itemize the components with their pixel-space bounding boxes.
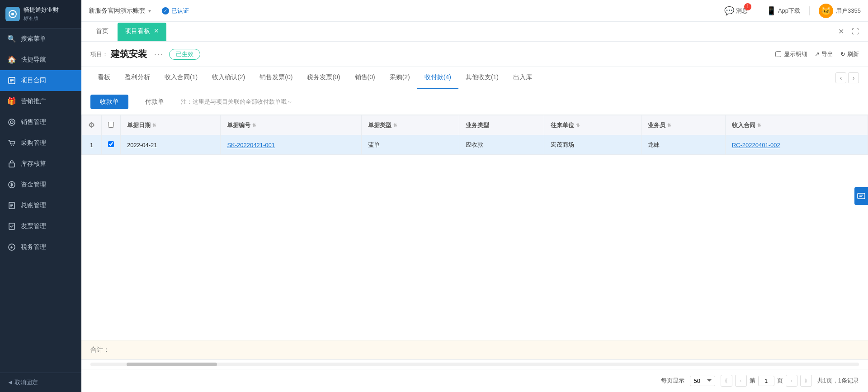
per-page-label: 每页显示 xyxy=(661,377,684,385)
select-all-checkbox[interactable] xyxy=(108,122,114,128)
sub-tab-note: 注：这里是与项目关联的全部收付款单哦～ xyxy=(181,98,292,106)
topbar-project-selector[interactable]: 新服务官网演示账套 ▾ xyxy=(89,7,151,15)
sidebar-item-search[interactable]: 🔍 搜索菜单 xyxy=(0,29,81,49)
per-page-select[interactable]: 50 10 20 100 xyxy=(690,376,715,386)
maximize-window-button[interactable]: ⛶ xyxy=(850,26,861,37)
sidebar-item-ledger[interactable]: 总账管理 xyxy=(0,195,81,216)
row-income-contract-cell: RC-20220401-002 xyxy=(725,135,868,155)
app-logo xyxy=(5,7,20,21)
page-num-display: 第 页 xyxy=(750,376,783,386)
main-content: 新服务官网演示账套 ▾ ✓ 已认证 💬 消息 1 📱 App下载 🐱 用户335… xyxy=(81,0,868,392)
page-num-input[interactable] xyxy=(758,376,774,386)
app-download-label: App下载 xyxy=(778,7,800,15)
show-detail-checkbox[interactable]: 显示明细 xyxy=(775,50,807,58)
sidebar-item-label: 销售管理 xyxy=(21,118,46,126)
section-prev-button[interactable]: ‹ xyxy=(835,72,846,83)
sidebar-nav: 🔍 搜索菜单 🏠 快捷导航 项目合同 🎁 营销推广 xyxy=(0,29,81,373)
sidebar-unpin-button[interactable]: ◄ 取消固定 xyxy=(0,373,81,392)
more-options-button[interactable]: ··· xyxy=(154,49,164,59)
sidebar-item-capital[interactable]: 资金管理 xyxy=(0,174,81,195)
section-tab-other-expense[interactable]: 其他收支(1) xyxy=(458,67,506,89)
page-label: 第 xyxy=(750,377,755,385)
section-tab-kanban[interactable]: 看板 xyxy=(90,67,118,89)
user-menu-button[interactable]: 🐱 用户3355 xyxy=(819,4,861,18)
section-tab-sales[interactable]: 销售(0) xyxy=(348,67,382,89)
messages-button[interactable]: 💬 消息 1 xyxy=(724,6,748,16)
refresh-button[interactable]: ↻ 刷新 xyxy=(840,50,859,58)
right-side-widget[interactable] xyxy=(854,187,868,205)
col-header-biz-type: 业务类型 xyxy=(459,115,544,135)
col-header-salesperson: 业务员 ⇅ xyxy=(642,115,725,135)
row-checkbox[interactable] xyxy=(108,141,114,147)
section-tab-purchase[interactable]: 采购(2) xyxy=(382,67,417,89)
export-button[interactable]: ↗ 导出 xyxy=(815,50,833,58)
sidebar-item-label: 库存核算 xyxy=(21,160,46,168)
table-row[interactable]: 1 2022-04-21 SK-20220421-001 蓝单 应收款 宏茂商场… xyxy=(82,135,868,155)
sidebar-header: 畅捷通好业财 标准版 xyxy=(0,0,81,29)
project-icon xyxy=(7,76,16,85)
section-tab-sales-invoice[interactable]: 销售发票(0) xyxy=(252,67,300,89)
section-tab-income-contract[interactable]: 收入合同(1) xyxy=(157,67,205,89)
row-type-cell: 蓝单 xyxy=(362,135,459,155)
close-window-button[interactable]: ✕ xyxy=(835,26,846,37)
row-partner-cell: 宏茂商场 xyxy=(544,135,642,155)
svg-point-9 xyxy=(13,145,14,146)
col-header-code: 单据编号 ⇅ xyxy=(221,115,362,135)
home-icon: 🏠 xyxy=(7,55,16,64)
sidebar-item-quick-nav[interactable]: 🏠 快捷导航 xyxy=(0,49,81,70)
table-scrollbar-thumb[interactable] xyxy=(127,363,217,366)
sort-icon: ⇅ xyxy=(757,123,761,128)
app-download-button[interactable]: 📱 App下载 xyxy=(766,6,800,16)
sidebar-item-label: 税务管理 xyxy=(21,243,46,251)
next-page-button[interactable]: › xyxy=(786,375,797,387)
sort-icon: ⇅ xyxy=(576,123,580,128)
section-next-button[interactable]: › xyxy=(848,72,859,83)
user-label: 用户3355 xyxy=(836,7,861,15)
section-tab-income-confirm[interactable]: 收入确认(2) xyxy=(205,67,252,89)
sub-tabs-bar: 收款单 付款单 注：这里是与项目关联的全部收付款单哦～ xyxy=(81,89,868,115)
inventory-icon xyxy=(7,159,16,168)
sidebar: 畅捷通好业财 标准版 🔍 搜索菜单 🏠 快捷导航 项目合同 🎁 xyxy=(0,0,81,392)
tab-close-icon[interactable]: ✕ xyxy=(154,27,159,34)
capital-icon xyxy=(7,180,16,189)
sidebar-item-inventory[interactable]: 库存核算 xyxy=(0,153,81,174)
sidebar-item-purchase[interactable]: 采购管理 xyxy=(0,133,81,153)
show-detail-input[interactable] xyxy=(775,51,781,57)
table-scrollbar-track[interactable] xyxy=(90,363,859,366)
section-tab-tax-invoice[interactable]: 税务发票(0) xyxy=(300,67,347,89)
section-tab-receipt[interactable]: 收付款(4) xyxy=(417,67,458,89)
last-page-button[interactable]: ⟫ xyxy=(800,375,812,387)
sales-icon xyxy=(7,118,16,127)
sidebar-item-label: 快捷导航 xyxy=(21,56,46,64)
sidebar-item-tax[interactable]: 税务管理 xyxy=(0,237,81,258)
refresh-icon: ↻ xyxy=(840,51,845,57)
sidebar-item-sales[interactable]: 销售管理 xyxy=(0,112,81,133)
row-code-link[interactable]: SK-20220421-001 xyxy=(227,142,275,148)
row-checkbox-cell[interactable] xyxy=(102,135,121,155)
app-edition: 标准版 xyxy=(24,15,59,22)
svg-point-8 xyxy=(11,145,12,146)
first-page-button[interactable]: ⟪ xyxy=(721,375,732,387)
prev-page-button[interactable]: ‹ xyxy=(735,375,747,387)
section-tab-inout[interactable]: 出入库 xyxy=(506,67,539,89)
tab-project-board[interactable]: 项目看板 ✕ xyxy=(118,23,166,41)
user-avatar: 🐱 xyxy=(819,4,833,18)
phone-icon: 📱 xyxy=(766,6,776,16)
row-income-contract-link[interactable]: RC-20220401-002 xyxy=(732,142,780,148)
row-salesperson-cell: 龙妹 xyxy=(642,135,725,155)
sidebar-item-label: 总账管理 xyxy=(21,201,46,210)
table-settings-button[interactable]: ⚙ xyxy=(88,121,94,129)
sidebar-item-invoice[interactable]: 发票管理 xyxy=(0,216,81,237)
sidebar-item-project-contract[interactable]: 项目合同 xyxy=(0,70,81,91)
pagination-bar: 每页显示 50 10 20 100 ⟪ ‹ 第 页 › ⟫ 共1页，1条记录 xyxy=(81,369,868,392)
sub-tab-payment-button[interactable]: 付款单 xyxy=(136,95,174,109)
page-suffix: 页 xyxy=(777,377,783,385)
sidebar-item-marketing[interactable]: 🎁 营销推广 xyxy=(0,91,81,112)
section-tab-profit[interactable]: 盈利分析 xyxy=(118,67,157,89)
ledger-icon xyxy=(7,201,16,210)
tab-home[interactable]: 首页 xyxy=(89,23,116,41)
col-header-date: 单据日期 ⇅ xyxy=(121,115,221,135)
sub-tab-receipt-button[interactable]: 收款单 xyxy=(90,95,128,109)
pagination-total: 共1页，1条记录 xyxy=(817,377,859,385)
section-tabs: 看板 盈利分析 收入合同(1) 收入确认(2) 销售发票(0) 税务发票(0) … xyxy=(81,67,868,89)
